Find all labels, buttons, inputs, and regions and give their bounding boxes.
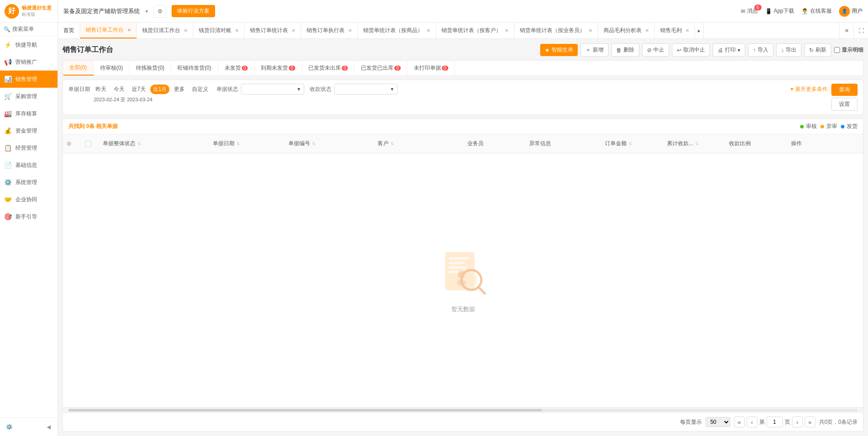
filter-quick-yesterday[interactable]: 昨天 [93,85,109,94]
ship-action-btn[interactable]: 发货 [841,123,858,130]
scroll-track[interactable] [68,409,858,412]
cancel-action-btn[interactable]: 弃审 [820,123,837,130]
tab-sales-exec-close[interactable]: ✕ [348,28,352,33]
filter-status-select[interactable]: ▾ [241,84,304,95]
scroll-area[interactable] [63,407,863,412]
th-status[interactable]: 单据整体状态 [99,138,209,149]
topbar-settings-btn[interactable]: ⚙ [153,5,166,18]
settings-bottom-icon[interactable]: ⚙️ [4,422,14,432]
filter-expand-btn[interactable]: ▾ 展开更多条件 [791,85,828,93]
search-menu[interactable]: 🔍 搜索菜单 [0,23,58,36]
th-no[interactable]: 单据编号 [285,138,374,149]
show-detail-checkbox[interactable] [834,47,840,53]
tab-sales-stats-cust-close[interactable]: ✕ [505,28,508,33]
online-service-btn[interactable]: 👨‍💼 在线客服 [801,7,832,15]
subtab-shipped-not-out[interactable]: 已发货未出库0 [302,61,355,75]
topbar-dropdown-arrow[interactable]: ▾ [145,8,148,14]
subtab-wangpu[interactable]: 旺铺待发货(0) [171,61,218,75]
filter-quick-today[interactable]: 今天 [111,85,127,94]
tab-sales-workbench-close[interactable]: ✕ [127,28,131,33]
sidebar-item-basic[interactable]: 📄 基础信息 [0,156,58,174]
filter-quick-7days[interactable]: 近7天 [129,85,149,94]
tab-sales-profit[interactable]: 销售毛利 ✕ [655,23,695,38]
tab-sales-stats-cust[interactable]: 销货单统计表（按客户） ✕ [436,23,514,38]
th-no-label: 单据编号 [288,140,310,147]
export-btn[interactable]: ↓ 导出 [776,43,801,57]
tab-sales-stats[interactable]: 销售订单统计表 ✕ [245,23,301,38]
user-menu[interactable]: 👤 用户 [839,6,863,17]
tab-cash-reconcile-close[interactable]: ✕ [235,28,239,33]
table-toolbar: 共找到 0条 相关单据 审核 弃审 发货 [63,119,863,134]
sidebar-item-inventory[interactable]: 🏭 库存核算 [0,105,58,122]
page-number-input[interactable] [767,417,783,427]
tab-sales-stats-staff-close[interactable]: ✕ [589,28,592,33]
tab-cash-daily-close[interactable]: ✕ [184,28,187,33]
audit-action-btn[interactable]: 审核 [800,123,817,130]
filter-quick-more[interactable]: 更多 [171,85,187,94]
th-date[interactable]: 单据日期 [209,138,285,149]
tab-sales-stats-staff[interactable]: 销货单统计表（按业务员） ✕ [514,23,598,38]
tab-sales-profit-close[interactable]: ✕ [686,28,689,33]
subtab-all[interactable]: 全部(0) [63,61,94,76]
sidebar-item-marketing[interactable]: 📢 营销推广 [0,53,58,71]
sidebar-item-operations[interactable]: 📋 经营管理 [0,139,58,156]
tab-product-margin-close[interactable]: ✕ [645,28,649,33]
import-btn[interactable]: ↑ 导入 [748,43,773,57]
tab-close-all-btn[interactable]: ✕ [839,23,854,39]
tab-home[interactable]: 首页 [58,23,80,38]
first-page-btn[interactable]: « [734,417,745,427]
svg-point-9 [457,280,466,286]
per-page-select[interactable]: 20 50 100 [705,417,730,427]
tab-sales-stats-prod-close[interactable]: ✕ [427,28,430,33]
set-btn[interactable]: 设置 [831,98,858,111]
sidebar-item-enterprise[interactable]: 🤝 企业协同 [0,191,58,208]
tabs-more-btn[interactable]: ▸ [695,23,704,38]
message-btn[interactable]: ✉ 消息 6 [741,7,758,15]
subtab-not-printed[interactable]: 未打印单据0 [408,61,455,75]
sidebar-item-sales[interactable]: 📊 销售管理 [0,71,58,88]
cancel-stop-btn[interactable]: ↩ 取消中止 [672,43,710,57]
tab-maximize-btn[interactable]: ⛶ [854,23,868,39]
tab-sales-stats-prod[interactable]: 销货单统计表（按商品） ✕ [358,23,436,38]
query-btn[interactable]: 查询 [831,84,858,96]
tab-product-margin[interactable]: 商品毛利分析表 ✕ [598,23,655,38]
sidebar-item-purchase[interactable]: 🛒 采购管理 [0,88,58,105]
tab-sales-workbench[interactable]: 销售订单工作台 ✕ [80,23,137,38]
sidebar-item-finance[interactable]: 💰 资金管理 [0,122,58,139]
subtab-pending-check[interactable]: 待拣验货(0) [129,61,171,75]
subtab-overdue[interactable]: 到期未发货0 [254,61,302,75]
last-page-btn[interactable]: » [805,417,815,427]
tab-sales-exec[interactable]: 销售订单执行表 ✕ [301,23,358,38]
add-btn[interactable]: ＋ 新增 [580,43,609,57]
app-download-btn[interactable]: 📱 App下载 [765,7,794,15]
sidebar-item-inventory-label: 库存核算 [15,110,37,118]
scroll-thumb[interactable] [68,409,542,412]
delete-btn[interactable]: 🗑 删除 [611,43,639,57]
collapse-sidebar-icon[interactable]: ◀ [43,422,54,432]
th-client[interactable]: 客户 [374,138,463,149]
sidebar-item-guide[interactable]: 🎯 新手引导 [0,208,58,225]
filter-quick-custom[interactable]: 自定义 [189,85,211,94]
subtab-pending-review[interactable]: 待审核(0) [94,61,130,75]
th-collected[interactable]: 累计收款... [663,138,725,149]
prev-page-btn[interactable]: ‹ [747,417,758,427]
subtab-shipped-out[interactable]: 已发货已出库0 [355,61,408,75]
show-detail-label[interactable]: 显示明细 [834,46,863,54]
stop-btn[interactable]: ⊘ 中止 [642,43,669,57]
smart-create-btn[interactable]: ★ 智能生单 [540,44,578,56]
col-settings-icon[interactable]: ⚙ [63,141,75,147]
sidebar-item-quick-nav[interactable]: ⚡ 快捷导航 [0,36,58,53]
filter-quick-1month[interactable]: 近1月 [150,85,170,94]
select-all-checkbox[interactable] [85,141,91,147]
next-page-btn[interactable]: › [792,417,803,427]
tab-cash-daily[interactable]: 钱货日清工作台 ✕ [137,23,193,38]
filter-collection-select[interactable]: ▾ [334,84,398,95]
print-btn[interactable]: 🖨 打印 ▾ [713,43,745,57]
refresh-btn[interactable]: ↻ 刷新 [804,43,831,57]
industry-solution-btn[interactable]: 体验行业方案 [172,5,215,17]
sidebar-item-system[interactable]: ⚙️ 系统管理 [0,174,58,191]
th-amount[interactable]: 订单金额 [601,138,663,149]
tab-cash-reconcile[interactable]: 钱货日清对账 ✕ [193,23,245,38]
tab-sales-stats-close[interactable]: ✕ [292,28,295,33]
subtab-not-shipped[interactable]: 未发货0 [218,61,255,75]
